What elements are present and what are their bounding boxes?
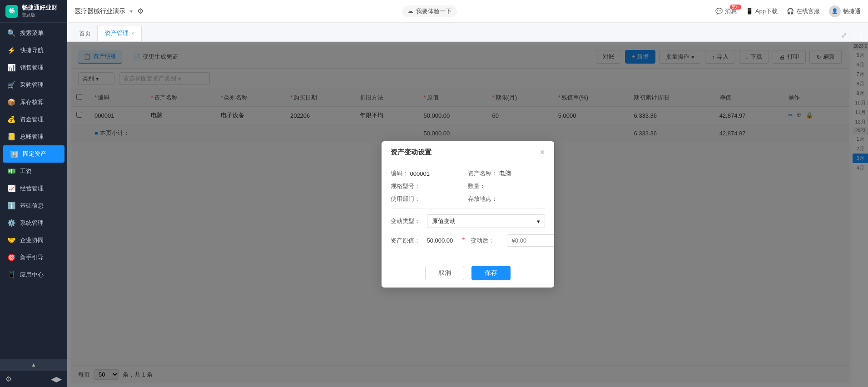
sidebar-item-label: 搜索菜单 bbox=[20, 29, 44, 37]
tab-fullscreen-icon[interactable]: ⛶ bbox=[852, 30, 864, 41]
sidebar-item-label: 经营管理 bbox=[20, 184, 44, 193]
app-download-button[interactable]: 📱 App下载 bbox=[746, 7, 778, 15]
original-value-label: 资产原值： bbox=[391, 237, 422, 245]
modal-info-asset-name: 资产名称： 电脑 bbox=[468, 169, 545, 178]
asset-name-label: 资产名称： bbox=[468, 169, 497, 178]
sales-icon: 📊 bbox=[7, 64, 15, 72]
sidebar-item-label: 资金管理 bbox=[20, 115, 44, 124]
app-title: 畅捷通好业财 bbox=[22, 4, 57, 12]
online-service-label: 在线客服 bbox=[796, 7, 820, 15]
settings-gear-icon[interactable]: ⚙ bbox=[137, 7, 144, 15]
modal-close-button[interactable]: × bbox=[540, 148, 545, 157]
asset-name-value: 电脑 bbox=[499, 169, 511, 178]
code-value: 000001 bbox=[410, 170, 430, 177]
department-label: 使用部门： bbox=[391, 195, 420, 203]
message-badge: 99+ bbox=[730, 5, 741, 10]
avatar: 👤 bbox=[829, 5, 841, 17]
sidebar-item-finance[interactable]: 💰 资金管理 bbox=[0, 111, 67, 128]
sidebar-item-label: 系统管理 bbox=[20, 219, 44, 227]
topbar: 医疗器械行业演示 ▾ ⚙ ☁ 我要体验一下 💬 消息 99+ 📱 App下载 🎧… bbox=[67, 0, 868, 23]
sidebar-item-quick-nav[interactable]: ⚡ 快捷导航 bbox=[0, 42, 67, 59]
experience-button[interactable]: ☁ 我要体验一下 bbox=[402, 5, 457, 17]
modal-info-row-1: 编码： 000001 资产名称： 电脑 bbox=[391, 169, 545, 178]
sidebar-item-label: 基础信息 bbox=[20, 202, 44, 210]
sidebar-item-payroll[interactable]: 💵 工资 bbox=[0, 163, 67, 180]
save-button[interactable]: 保存 bbox=[471, 266, 511, 280]
modal-overlay: 资产变动设置 × 编码： 000001 资产名称： 电脑 bbox=[67, 42, 868, 387]
settings-icon[interactable]: ⚙ bbox=[5, 375, 12, 383]
tab-asset-management[interactable]: 资产管理 × bbox=[97, 25, 142, 41]
sidebar-item-label: 固定资产 bbox=[23, 150, 46, 158]
operations-icon: 📈 bbox=[7, 184, 15, 193]
sidebar-item-basic-info[interactable]: ℹ️ 基础信息 bbox=[0, 197, 67, 214]
inventory-icon: 📦 bbox=[7, 98, 15, 106]
online-service-button[interactable]: 🎧 在线客服 bbox=[787, 7, 820, 15]
cloud-icon: ☁ bbox=[407, 8, 413, 15]
modal-info-code: 编码： 000001 bbox=[391, 169, 468, 178]
sidebar-item-search[interactable]: 🔍 搜索菜单 bbox=[0, 25, 67, 42]
sidebar-item-fixed-assets[interactable]: 🏢 固定资产 bbox=[3, 145, 64, 163]
sidebar-item-system[interactable]: ⚙️ 系统管理 bbox=[0, 214, 67, 232]
user-name: 畅捷通 bbox=[843, 7, 861, 15]
ledger-icon: 📒 bbox=[7, 133, 15, 141]
sidebar-item-label: 工资 bbox=[20, 167, 32, 175]
sidebar-item-label: 总账管理 bbox=[20, 133, 44, 141]
message-button[interactable]: 💬 消息 99+ bbox=[715, 7, 737, 15]
change-type-value: 原值变动 bbox=[432, 217, 456, 225]
collapse-icon[interactable]: ◀▶ bbox=[51, 375, 62, 383]
modal-info-row-2: 规格型号： 数量： bbox=[391, 182, 545, 190]
sidebar-item-sales[interactable]: 📊 销售管理 bbox=[0, 59, 67, 76]
topbar-left: 医疗器械行业演示 ▾ ⚙ bbox=[74, 7, 144, 15]
quick-nav-icon: ⚡ bbox=[7, 46, 15, 55]
tab-maximize-icon[interactable]: ⤢ bbox=[838, 29, 850, 41]
code-label: 编码： bbox=[391, 169, 408, 178]
sidebar-item-label: 库存核算 bbox=[20, 98, 44, 106]
sidebar-item-label: 采购管理 bbox=[20, 81, 44, 89]
headset-icon: 🎧 bbox=[787, 8, 794, 15]
modal-header: 资产变动设置 × bbox=[382, 141, 554, 162]
system-icon: ⚙️ bbox=[7, 219, 15, 227]
after-change-input[interactable] bbox=[507, 234, 554, 247]
modal-info-quantity: 数量： bbox=[468, 182, 545, 190]
original-value-row: 资产原值： 50,000.00 * 变动后： bbox=[391, 234, 545, 247]
asset-change-modal: 资产变动设置 × 编码： 000001 资产名称： 电脑 bbox=[382, 141, 554, 288]
cancel-button[interactable]: 取消 bbox=[425, 266, 464, 280]
sidebar-item-purchase[interactable]: 🛒 采购管理 bbox=[0, 76, 67, 94]
purchase-icon: 🛒 bbox=[7, 81, 15, 89]
home-tab-label: 首页 bbox=[79, 30, 91, 38]
app-logo-icon: 畅 bbox=[5, 5, 18, 18]
sidebar: 畅 畅捷通好业财 普及版 🔍 搜索菜单 ⚡ 快捷导航 📊 销售管理 🛒 采购管理… bbox=[0, 0, 67, 387]
user-menu[interactable]: 👤 畅捷通 bbox=[829, 5, 861, 17]
sidebar-item-label: 销售管理 bbox=[20, 64, 44, 72]
content-area: 📋 资产明细 📄 变更生成凭证 对账 + 新增 批量操作 ▾ ↑ bbox=[67, 42, 868, 387]
modal-body: 编码： 000001 资产名称： 电脑 规格型号： bbox=[382, 162, 554, 260]
tab-close-icon[interactable]: × bbox=[131, 30, 134, 36]
change-type-select[interactable]: 原值变动 ▾ bbox=[427, 214, 545, 228]
sidebar-item-label: 快捷导航 bbox=[20, 46, 44, 55]
tab-home[interactable]: 首页 bbox=[73, 26, 97, 41]
modal-info-row-3: 使用部门： 存放地点： bbox=[391, 195, 545, 203]
sidebar-item-enterprise[interactable]: 🤝 企业协同 bbox=[0, 232, 67, 249]
tab-label: 资产管理 bbox=[105, 29, 129, 37]
sidebar-scroll-up[interactable]: ▲ bbox=[0, 359, 67, 371]
modal-info-spec: 规格型号： bbox=[391, 182, 468, 190]
tabbar: 首页 资产管理 × ⤢ ⛶ bbox=[67, 23, 868, 42]
sidebar-item-label: 企业协同 bbox=[20, 236, 44, 244]
original-value-display: 50,000.00 bbox=[427, 235, 458, 246]
tabbar-right: ⤢ ⛶ bbox=[838, 29, 868, 41]
sidebar-item-app-center[interactable]: 📱 应用中心 bbox=[0, 266, 67, 283]
finance-icon: 💰 bbox=[7, 115, 15, 124]
sidebar-item-operations[interactable]: 📈 经营管理 bbox=[0, 180, 67, 197]
sidebar-item-guide[interactable]: 🎯 新手引导 bbox=[0, 249, 67, 266]
enterprise-icon: 🤝 bbox=[7, 236, 15, 244]
guide-icon: 🎯 bbox=[7, 253, 15, 262]
sidebar-item-ledger[interactable]: 📒 总账管理 bbox=[0, 128, 67, 145]
sidebar-item-inventory[interactable]: 📦 库存核算 bbox=[0, 94, 67, 111]
quantity-label: 数量： bbox=[468, 182, 486, 190]
app-center-icon: 📱 bbox=[7, 271, 15, 279]
fixed-assets-icon: 🏢 bbox=[10, 150, 18, 158]
app-download-label: App下载 bbox=[755, 7, 778, 15]
payroll-icon: 💵 bbox=[7, 167, 15, 175]
modal-title: 资产变动设置 bbox=[391, 148, 432, 157]
company-chevron-icon[interactable]: ▾ bbox=[130, 8, 133, 15]
